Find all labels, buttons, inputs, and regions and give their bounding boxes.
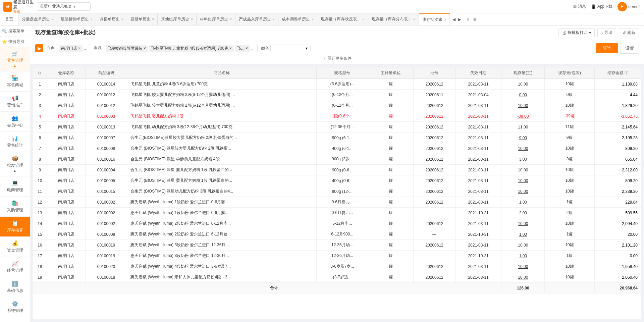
remove-product-tag-3[interactable]: × xyxy=(246,46,248,51)
row-expire: 2021-03-11 xyxy=(455,218,501,229)
row-qty-main[interactable]: 10.00 xyxy=(501,165,545,175)
table-header-row: ⚙ 仓库名称 商品编码 商品名称 规格型号 主计量单位 批号 失效日期 现存量(… xyxy=(33,67,641,79)
sidebar-item-wholesale[interactable]: 📦 批发管理 ▶ xyxy=(0,152,30,176)
app-download-button[interactable]: 📱 App下载 xyxy=(591,4,612,9)
tab-xclks[interactable]: 现存量（库存状况表） × xyxy=(317,13,368,25)
tab-chanche[interactable]: 产成品入库单历史 × xyxy=(235,13,278,25)
filter-expand-button[interactable]: ▶ xyxy=(35,44,43,52)
sidebar-search-button[interactable]: 🔍 搜索菜单 xyxy=(0,25,30,37)
close-icon[interactable]: × xyxy=(230,17,232,21)
close-icon[interactable]: × xyxy=(121,17,123,21)
template-print-button[interactable]: 🖨 按模板打印 ▾ xyxy=(558,28,595,37)
setting-button[interactable]: 设置 xyxy=(620,43,639,54)
product-tag-1: 飞鹤奶粉3段两罐装 × xyxy=(106,45,148,52)
row-batch: 20200612 xyxy=(414,79,455,90)
close-icon[interactable]: × xyxy=(191,17,193,21)
tab-xclfb[interactable]: 现存量（库存分布表） × xyxy=(368,13,419,25)
workspace-selector[interactable]: 母婴行业演示账套 ▾ xyxy=(37,2,91,11)
row-amount: 809.20 xyxy=(594,143,641,154)
row-qty-main[interactable]: 10.00 xyxy=(501,143,545,154)
row-qty-main[interactable]: 1.00 xyxy=(501,251,545,261)
row-qty-main[interactable]: 10.00 xyxy=(501,240,545,251)
refresh-button[interactable]: ↺ 刷新 xyxy=(619,28,639,37)
product-input[interactable]: 飞鹤奶粉3段两罐装 × 飞鹤星飞帆 儿童奶粉 4段(3-6岁适用) 700克 ×… xyxy=(103,44,258,53)
row-qty-main[interactable]: 1.00 xyxy=(501,229,545,240)
sidebar-item-retail-mgmt[interactable]: 🛒 零售管理 ▶ xyxy=(0,47,30,71)
row-qty-main[interactable]: -39.00 xyxy=(501,111,545,122)
tab-yaoh[interactable]: 要货单历史 × xyxy=(127,13,158,25)
row-qty-pack: 10罐 xyxy=(545,186,595,197)
message-button[interactable]: ✉ 消息 xyxy=(573,4,586,9)
sidebar-item-marketing[interactable]: 📢 营销推广 xyxy=(0,92,30,112)
tab-fenpan[interactable]: 分量盘点单历史 × xyxy=(18,13,57,25)
close-icon[interactable]: × xyxy=(444,18,446,21)
page-title: 现存量查询(按仓库+批次) xyxy=(35,29,96,36)
row-qty-main[interactable]: 11.00 xyxy=(501,122,545,132)
row-qty-main[interactable]: 10.00 xyxy=(501,186,545,197)
tab-diaob[interactable]: 调拨单历史 × xyxy=(96,13,127,25)
sidebar-item-retail-mall[interactable]: 🏪 零售商城 xyxy=(0,71,30,92)
tab-menu-icon[interactable]: ⊟ xyxy=(472,17,478,22)
sidebar-item-member[interactable]: 👥 会员中心 xyxy=(0,112,30,132)
tab-zuzhao[interactable]: 组装拆卸单历史 × xyxy=(57,13,96,25)
close-icon[interactable]: × xyxy=(414,17,416,21)
close-all-tabs-button[interactable]: × xyxy=(464,17,472,22)
close-icon[interactable]: × xyxy=(312,17,314,21)
row-qty-main[interactable]: 10.00 xyxy=(501,261,545,272)
sidebar-item-purchase[interactable]: 🛍️ 采购管理 xyxy=(0,197,30,217)
sidebar-item-collab[interactable]: 🤝 企业协同 xyxy=(0,317,30,322)
row-qty-main[interactable]: 1.00 xyxy=(501,197,545,208)
row-qty-main[interactable]: 10.00 xyxy=(501,79,545,90)
row-unit: 罐 xyxy=(368,218,414,229)
color-input[interactable]: ▾ xyxy=(270,45,311,52)
sidebar-item-operations[interactable]: 📈 经营管理 xyxy=(0,257,30,277)
tab-kucpz[interactable]: 库存批次账 × xyxy=(419,13,450,25)
sidebar-item-ecommerce[interactable]: 💻 电商管理 xyxy=(0,176,30,197)
warehouse-input[interactable]: 南岸门店 × ... xyxy=(56,44,90,53)
info-icon[interactable]: ⓘ xyxy=(625,71,628,75)
row-num: 10 xyxy=(33,175,47,186)
sidebar-item-retail-stats[interactable]: 📊 零售统计 xyxy=(0,132,30,152)
tab-caich[interactable]: 材料出库单历史 × xyxy=(197,13,235,25)
system-icon: ⚙️ xyxy=(12,301,18,307)
remove-warehouse-tag[interactable]: × xyxy=(78,46,80,51)
row-expire: 2021-03-04 xyxy=(455,90,501,100)
remove-product-tag-1[interactable]: × xyxy=(144,46,146,51)
remove-product-tag-2[interactable]: × xyxy=(229,46,232,51)
row-qty-main[interactable]: 3.00 xyxy=(501,154,545,165)
export-button[interactable]: ↓ 导出 xyxy=(597,28,616,37)
sidebar-shortcut-button[interactable]: ⭐ 快捷导航 xyxy=(0,37,30,47)
close-icon[interactable]: × xyxy=(91,17,93,21)
tab-home[interactable]: 首页 xyxy=(0,13,18,25)
close-icon[interactable]: × xyxy=(363,17,365,21)
sidebar-item-finance[interactable]: 💰 资金管理 xyxy=(0,237,30,257)
settings-icon[interactable]: ⚙ xyxy=(38,71,42,75)
row-name: 惠氏启赋 (Wyeth illuma) 3段奶粉 爱尔兰进口 12-36月... xyxy=(127,240,316,251)
row-unit: 罐 xyxy=(368,175,414,186)
prev-tab-icon[interactable]: ◀ xyxy=(451,16,457,22)
row-qty-main[interactable]: 10.00 xyxy=(501,175,545,186)
row-qty-main[interactable]: 10.00 xyxy=(501,100,545,111)
row-amount: 2,094.40 xyxy=(594,218,641,229)
user-menu[interactable]: E demo2 xyxy=(618,2,641,11)
sidebar-item-system[interactable]: ⚙️ 系统管理 xyxy=(0,297,30,317)
row-amount: 2,312.00 xyxy=(594,165,641,175)
sidebar-item-basic-info[interactable]: ℹ️ 基础信息 xyxy=(0,277,30,297)
row-unit: 罐 xyxy=(368,111,414,122)
sidebar-item-inventory[interactable]: 📋 库存核算 xyxy=(0,217,30,237)
content-area: 现存量查询(按仓库+批次) 🖨 按模板打印 ▾ ↓ 导出 ↺ 刷新 xyxy=(30,25,644,322)
row-qty-main[interactable]: 10.00 xyxy=(501,218,545,229)
expand-more-button[interactable]: ⊻ 展开更多条件 xyxy=(323,56,352,61)
next-tab-icon[interactable]: ▶ xyxy=(457,16,463,22)
row-qty-main[interactable]: 0.00 xyxy=(501,90,545,100)
close-icon[interactable]: × xyxy=(52,17,54,21)
row-qty-main[interactable]: 10.00 xyxy=(501,272,545,283)
row-unit: 罐 xyxy=(368,90,414,100)
close-icon[interactable]: × xyxy=(273,17,275,21)
row-qty-main[interactable]: 9.00 xyxy=(501,132,545,143)
tab-qtachu[interactable]: 其他出库单历史 × xyxy=(158,13,197,25)
close-icon[interactable]: × xyxy=(152,17,154,21)
search-button[interactable]: 查询 xyxy=(596,43,618,53)
tab-cbtiao[interactable]: 成本调整单历史 × xyxy=(278,13,317,25)
row-qty-main[interactable]: 2.00 xyxy=(501,208,545,218)
